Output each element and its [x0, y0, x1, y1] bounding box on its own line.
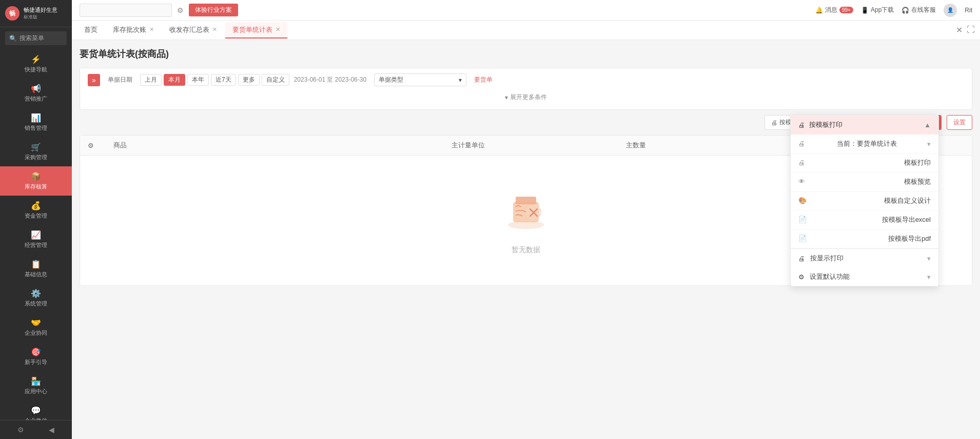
search-icon: 🔍 [9, 35, 17, 42]
sidebar-item-wechat[interactable]: 💬 企业微信 [0, 400, 72, 420]
sidebar-item-basic[interactable]: 📋 基础信息 [0, 254, 72, 283]
date-btn-this-year[interactable]: 本年 [187, 74, 209, 86]
app-name: 畅捷通好生意 [24, 6, 57, 13]
tab-home[interactable]: 首页 [77, 22, 105, 39]
bell-icon: 🔔 [815, 7, 823, 14]
sidebar-item-sales[interactable]: 📊 销售管理 [0, 108, 72, 137]
date-btn-7days[interactable]: 近7天 [211, 74, 236, 86]
table-col-unit: 主计量单位 [452, 141, 616, 150]
collapse-sidebar-icon[interactable]: ◀ [49, 426, 54, 434]
date-btn-last-month[interactable]: 上月 [140, 74, 162, 86]
date-range-label: 2023-06-01 至 2023-06-30 [294, 75, 366, 84]
guide-icon: 🎯 [31, 347, 41, 357]
sidebar-item-collab[interactable]: 🤝 企业协同 [0, 313, 72, 342]
template-preview-icon: 👁 [798, 178, 807, 186]
sidebar-item-inventory[interactable]: 📦 库存核算 [0, 166, 72, 196]
filter-expand-icon[interactable]: » [88, 74, 100, 86]
app-download-item[interactable]: 📱 App下载 [861, 6, 894, 14]
sidebar-item-marketing[interactable]: 📢 营销推广 [0, 79, 72, 108]
empty-state-icon [500, 186, 552, 238]
page-content: 要货单统计表(按商品) » 单据日期 上月 本月 本年 近7天 更多 自定义 2… [72, 40, 980, 439]
collab-icon: 🤝 [31, 318, 41, 328]
tab-collection-close[interactable]: ✕ [212, 26, 217, 33]
template-custom-item[interactable]: 🎨 模板自定义设计 [791, 192, 938, 211]
template-preview-item[interactable]: 👁 模板预览 [791, 173, 938, 192]
logo-icon: 畅 [5, 6, 19, 21]
print-dropdown-title: 🖨 按模板打印 [798, 120, 842, 129]
current-template-arrow: ▾ [927, 140, 931, 148]
expand-conditions-btn[interactable]: ▾ 展开更多条件 [88, 90, 964, 104]
sidebar-item-guide[interactable]: 🎯 新手引导 [0, 342, 72, 371]
current-template-item[interactable]: 🖨 当前：要货单统计表 ▾ [791, 135, 938, 154]
set-default-item[interactable]: ⚙ 设置默认功能 ▾ [791, 268, 938, 286]
window-expand-btn[interactable]: ⛶ [967, 25, 975, 35]
search-menu-button[interactable]: 🔍 搜索菜单 [5, 31, 67, 45]
export-excel-icon: 📄 [798, 216, 807, 224]
purchase-icon: 🛒 [31, 142, 41, 152]
basic-icon: 📋 [31, 259, 41, 269]
sidebar-item-system[interactable]: ⚙️ 系统管理 [0, 283, 72, 313]
page-title: 要货单统计表(按商品) [80, 48, 972, 60]
table-col-qty: 主数量 [626, 141, 790, 150]
template-export-pdf-item[interactable]: 📄 按模板导出pdf [791, 230, 938, 249]
sidebar-item-appstore[interactable]: 🏪 应用中心 [0, 371, 72, 400]
marketing-icon: 📢 [31, 84, 41, 93]
date-btn-more[interactable]: 更多 [238, 74, 260, 86]
template-print-icon: 🖨 [798, 159, 807, 167]
date-filter-label: 单据日期 [108, 75, 132, 84]
user-avatar[interactable]: 👤 [944, 4, 957, 17]
sidebar-item-finance[interactable]: 💰 资金管理 [0, 196, 72, 225]
sidebar-nav: ⚡ 快捷导航 📢 营销推广 📊 销售管理 🛒 采购管理 📦 库存核算 💰 资金管… [0, 49, 72, 420]
export-pdf-icon: 📄 [798, 235, 807, 243]
quicknav-icon: ⚡ [31, 54, 41, 64]
tab-collection[interactable]: 收发存汇总表 ✕ [162, 22, 224, 39]
template-export-excel-item[interactable]: 📄 按模板导出excel [791, 211, 938, 230]
sidebar-item-quicknav[interactable]: ⚡ 快捷导航 [0, 49, 72, 79]
online-service-item[interactable]: 🎧 在线客服 [901, 6, 936, 14]
sales-icon: 📊 [31, 113, 41, 123]
current-template-icon: 🖨 [798, 140, 807, 148]
display-print-icon: 🖨 [798, 255, 805, 262]
type-select[interactable]: 单据类型 ▾ [374, 73, 466, 86]
set-default-arrow: ▾ [927, 273, 931, 281]
sidebar: 畅 畅捷通好生意 标准版 🔍 搜索菜单 ⚡ 快捷导航 📢 营销推广 📊 销售管理… [0, 0, 72, 439]
date-btn-this-month[interactable]: 本月 [164, 74, 185, 86]
table-col-product: 商品 [113, 141, 441, 150]
tab-order-stats[interactable]: 要货单统计表 ✕ [225, 22, 287, 39]
download-icon: 📱 [861, 7, 869, 14]
username-label: Rit [965, 7, 972, 14]
sidebar-item-operation[interactable]: 📈 经营管理 [0, 225, 72, 254]
sidebar-item-purchase[interactable]: 🛒 采购管理 [0, 137, 72, 166]
set-default-icon: ⚙ [798, 273, 805, 281]
operation-icon: 📈 [31, 230, 41, 240]
print-dropdown: 🖨 按模板打印 ▲ 🖨 当前：要货单统计表 ▾ 🖨 模板打印 👁 模板预览 🎨 [790, 114, 939, 287]
empty-text: 暂无数据 [512, 245, 540, 255]
printer-icon: 🖨 [771, 119, 777, 126]
sidebar-search-area: 🔍 搜索菜单 [0, 27, 72, 49]
topbar-gear-icon[interactable]: ⚙ [177, 6, 184, 14]
date-btn-custom[interactable]: 自定义 [262, 74, 289, 86]
template-print-item[interactable]: 🖨 模板打印 [791, 154, 938, 173]
system-icon: ⚙️ [31, 289, 41, 298]
settings-footer-icon[interactable]: ⚙ [17, 426, 24, 434]
topbar-search-input[interactable] [80, 4, 172, 17]
display-print-item[interactable]: 🖨 按显示打印 ▾ [791, 249, 938, 268]
settings-button[interactable]: 设置 [947, 115, 972, 130]
window-close-btn[interactable]: ✕ [956, 25, 963, 35]
finance-icon: 💰 [31, 201, 41, 211]
notification-item[interactable]: 🔔 消息 99+ [815, 6, 853, 14]
template-custom-icon: 🎨 [798, 197, 807, 205]
svg-rect-2 [516, 197, 536, 204]
filter-bar: » 单据日期 上月 本月 本年 近7天 更多 自定义 2023-06-01 至 … [80, 68, 972, 110]
tab-batch[interactable]: 库存批次账 ✕ [106, 22, 161, 39]
print-dropdown-close-icon[interactable]: ▲ [924, 121, 931, 129]
topbar: ⚙ 体验行业方案 🔔 消息 99+ 📱 App下载 🎧 在线客服 👤 Rit [72, 0, 980, 21]
service-icon: 🎧 [901, 7, 909, 14]
wechat-icon: 💬 [31, 406, 41, 415]
table-col-settings[interactable]: ⚙ [88, 142, 103, 149]
inventory-icon: 📦 [31, 171, 41, 181]
date-buttons: 上月 本月 本年 近7天 更多 自定义 2023-06-01 至 2023-06… [140, 74, 366, 86]
trial-button[interactable]: 体验行业方案 [189, 4, 238, 16]
tab-batch-close[interactable]: ✕ [149, 26, 154, 33]
tab-order-stats-close[interactable]: ✕ [276, 26, 280, 33]
